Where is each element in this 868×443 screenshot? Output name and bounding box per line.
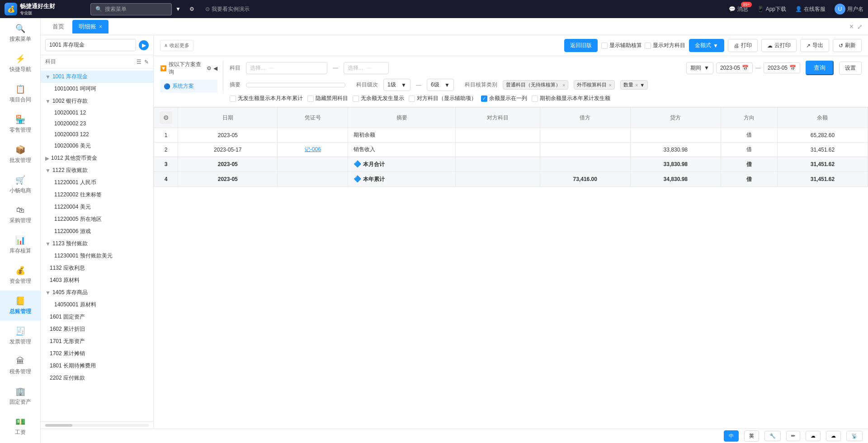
tab-detail[interactable]: 明细账 × <box>72 20 108 33</box>
cb-balance-single-box[interactable]: ✓ <box>481 95 487 102</box>
cb-initial-balance[interactable]: 期初余额显示本年累计发生额 <box>532 95 610 102</box>
tag-quantity-close[interactable]: × <box>635 82 638 88</box>
tree-item-1602[interactable]: 1602 累计折旧 <box>41 323 153 335</box>
tag-quantity-arrow[interactable]: ▼ <box>640 82 645 88</box>
tree-item-11220004[interactable]: 11220004 美元 <box>41 201 153 213</box>
account-nav-btn[interactable]: ▶ <box>139 40 149 50</box>
tree-item-11220005[interactable]: 11220005 所在地区 <box>41 213 153 225</box>
bottom-tool-btn[interactable]: 🔧 <box>764 431 781 441</box>
dropdown-icon[interactable]: ▼ <box>175 6 182 12</box>
search-menu[interactable]: 🔍 搜索菜单 <box>90 3 172 15</box>
sidebar-item-finance[interactable]: 💰 资金管理 <box>0 260 40 291</box>
tree-item-10020006[interactable]: 10020006 美元 <box>41 140 153 152</box>
period-mode-select[interactable]: 期间 ▼ <box>686 62 713 74</box>
tree-item-1002[interactable]: ▼ 1002 银行存款 <box>41 95 153 107</box>
tree-item-10020002[interactable]: 10020002 23 <box>41 118 153 129</box>
tree-item-10020001[interactable]: 10020001 12 <box>41 107 153 118</box>
summary-input[interactable] <box>246 83 345 87</box>
show-more-btn[interactable]: ∧ 收起更多 <box>160 40 193 51</box>
sidebar-item-purchase[interactable]: 🛍 采购管理 <box>0 200 40 230</box>
collapse-left-icon[interactable]: ◀ <box>213 65 217 71</box>
cb-contra-subject-box[interactable] <box>409 95 415 102</box>
refresh-btn[interactable]: ↺ 刷新 <box>833 39 862 52</box>
tree-item-1001[interactable]: ▼ 1001 库存现金 <box>41 71 153 83</box>
tree-item-1122[interactable]: ▼ 1122 应收账款 <box>41 164 153 176</box>
sidebar-item-project[interactable]: 📋 项目合同 <box>0 79 40 109</box>
print-btn[interactable]: 🖨 打印 <box>728 39 758 52</box>
show-aux-checkbox[interactable]: 显示辅助核算 <box>601 42 642 49</box>
tag-foreign-close[interactable]: × <box>609 82 611 88</box>
bottom-cloud-btn[interactable]: ☁ <box>806 431 821 441</box>
tab-close-icon[interactable]: × <box>99 24 102 30</box>
settings-icon[interactable]: ⚙ <box>185 3 198 15</box>
online-service-btn[interactable]: 👤 在线客服 <box>795 5 826 13</box>
cb-no-occurrence[interactable]: 无发生额显示本月本年累计 <box>230 95 303 102</box>
sidebar-item-quick-nav[interactable]: ⚡ 快捷导航 <box>0 48 40 79</box>
cb-contra-subject[interactable]: 对方科目（显示辅助项） <box>409 95 476 102</box>
bottom-signal-btn[interactable]: 📡 <box>846 431 863 441</box>
tree-item-11220001[interactable]: 11220001 人民币 <box>41 176 153 189</box>
sidebar-item-tax[interactable]: 🏛 税务管理 <box>0 351 40 381</box>
tree-item-11220002[interactable]: 11220002 往来标签 <box>41 189 153 201</box>
row-2-voucher[interactable]: 记-006 <box>278 143 348 157</box>
bottom-cloud2-btn[interactable]: ☁ <box>826 431 841 441</box>
show-aux-checkbox-box[interactable] <box>601 43 608 49</box>
cb-hide-forbidden[interactable]: 隐藏禁用科目 <box>307 95 348 102</box>
sidebar-item-assets[interactable]: 🏢 固定资产 <box>0 381 40 411</box>
cb-no-balance[interactable]: 无余额无发生显示 <box>353 95 404 102</box>
tree-item-14050001[interactable]: 14050001 原材料 <box>41 299 153 311</box>
tree-item-1702[interactable]: 1702 累计摊销 <box>41 348 153 360</box>
show-contra-checkbox-box[interactable] <box>645 43 651 49</box>
cb-no-occurrence-box[interactable] <box>230 95 236 102</box>
sidebar-item-ledger[interactable]: 📒 总账管理 <box>0 291 40 321</box>
bottom-edit-btn[interactable]: ✏ <box>786 431 800 441</box>
tree-item-1701[interactable]: 1701 无形资产 <box>41 335 153 348</box>
tree-item-1601[interactable]: 1601 固定资产 <box>41 311 153 323</box>
sidebar-item-salary[interactable]: 💵 工资 <box>0 411 40 442</box>
tree-item-1123[interactable]: ▼ 1123 预付账款 <box>41 238 153 250</box>
period-end-input[interactable]: 2023-05 📅 <box>764 62 800 73</box>
account-selector[interactable]: 1001 库存现金 <box>45 39 136 51</box>
sidebar-item-inventory[interactable]: 📊 库存核算 <box>0 230 40 260</box>
cb-hide-forbidden-box[interactable] <box>307 95 314 102</box>
user-avatar[interactable]: U 用户名 <box>835 4 863 14</box>
lang-zh-btn[interactable]: 中 <box>724 430 739 442</box>
settings-round-icon[interactable]: ⚙ <box>207 65 212 71</box>
demo-link[interactable]: ⊙ 我要看实例演示 <box>205 5 250 13</box>
tree-item-10010001[interactable]: 10010001 呵呵呵 <box>41 83 153 95</box>
level-from-select[interactable]: 1级 ▼ <box>383 79 410 91</box>
back-old-version-btn[interactable]: 返回旧版 <box>564 39 598 52</box>
tree-edit-icon[interactable]: ✎ <box>144 59 149 65</box>
tree-item-1405[interactable]: ▼ 1405 库存商品 <box>41 286 153 299</box>
tree-item-1132[interactable]: 1132 应收利息 <box>41 262 153 274</box>
tab-home[interactable]: 首页 <box>46 20 71 33</box>
system-scheme-btn[interactable]: 🔵 系统方案 <box>160 80 217 93</box>
subject-input[interactable]: 选择... ··· <box>246 62 327 74</box>
tree-item-1801[interactable]: 1801 长期待摊费用 <box>41 360 153 372</box>
query-btn[interactable]: 查询 <box>806 61 834 75</box>
sidebar-item-mini-shop[interactable]: 🛒 小畅电商 <box>0 170 40 200</box>
export-btn[interactable]: ↗ 导出 <box>800 39 829 52</box>
display-mode-btn[interactable]: 金额式 ▼ <box>689 39 724 52</box>
cb-no-balance-box[interactable] <box>353 95 359 102</box>
sidebar-item-retail[interactable]: 🏪 零售管理 <box>0 109 40 139</box>
voucher-link[interactable]: 记-006 <box>305 146 321 152</box>
col-settings-icon[interactable]: ⚙ <box>160 111 172 124</box>
level-to-select[interactable]: 6级 ▼ <box>427 79 454 91</box>
sidebar-item-wholesale[interactable]: 📦 批发管理 <box>0 139 40 170</box>
tag-ordinary-close[interactable]: × <box>562 82 565 88</box>
setting-btn[interactable]: 设置 <box>839 62 862 75</box>
tree-item-1012[interactable]: ▶ 1012 其他货币资金 <box>41 152 153 164</box>
cb-initial-balance-box[interactable] <box>532 95 538 102</box>
window-close-btn[interactable]: × <box>849 23 854 31</box>
messages-btn[interactable]: 💬 消息 99+ <box>729 5 748 13</box>
window-expand-btn[interactable]: ⤢ <box>857 23 863 30</box>
tree-item-10020003[interactable]: 10020003 122 <box>41 129 153 140</box>
sidebar-item-invoice[interactable]: 🧾 发票管理 <box>0 321 40 351</box>
tree-item-11230001[interactable]: 11230001 预付账款美元 <box>41 250 153 262</box>
tree-item-11220006[interactable]: 11220006 游戏 <box>41 225 153 238</box>
cloud-print-btn[interactable]: ☁ 云打印 <box>761 39 797 52</box>
tree-list-icon[interactable]: ☰ <box>137 59 142 65</box>
show-contra-checkbox[interactable]: 显示对方科目 <box>645 42 685 49</box>
tree-item-1403[interactable]: 1403 原材料 <box>41 274 153 286</box>
